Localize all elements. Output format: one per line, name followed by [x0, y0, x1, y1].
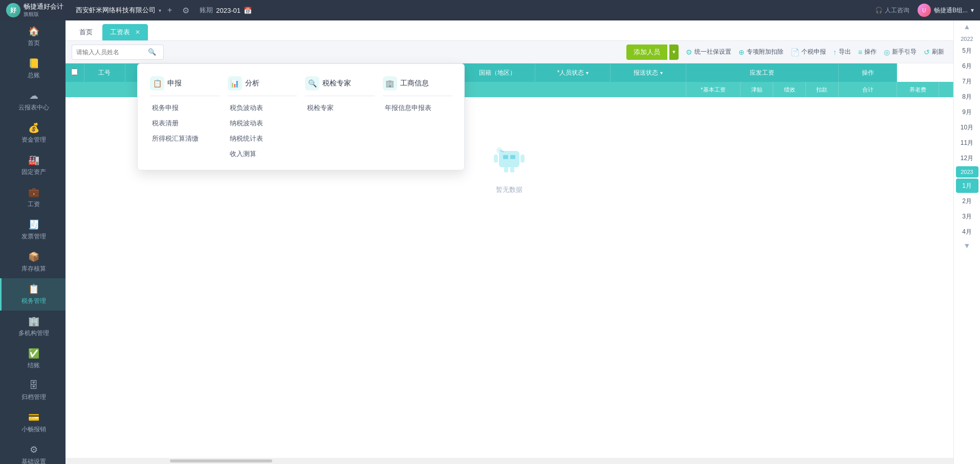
sidebar-icon-fund: 💰 [28, 122, 39, 134]
logo-text-wrap: 畅捷通好会计 旗舰版 [24, 3, 63, 18]
search-input[interactable] [76, 49, 148, 56]
sidebar-icon-cloud: ☁ [29, 90, 38, 101]
right-panel-month-2022-7[interactable]: 7月 [956, 74, 978, 89]
right-panel-month-2023-4[interactable]: 4月 [956, 225, 978, 239]
right-panel-month-2022-9[interactable]: 9月 [956, 105, 978, 119]
right-panel-month-2022-5[interactable]: 5月 [956, 43, 978, 58]
dropdown-item-income-tax-calc[interactable]: 所得税汇算清缴 [150, 131, 220, 146]
sidebar-item-fund[interactable]: 💰资金管理 [0, 117, 66, 149]
dropdown-grid: 📋 申报 税务申报税表清册所得税汇算清缴 📊 分析 税负波动表纳税波动表纳税统计… [146, 72, 456, 162]
dropdown-item-tax-check[interactable]: 税检专家 [305, 100, 375, 116]
svg-rect-2 [510, 155, 515, 159]
dropdown-item-tax-declaration[interactable]: 税务申报 [150, 100, 220, 116]
company-dropdown-icon: ▾ [159, 8, 161, 13]
dropdown-col-declaration: 📋 申报 税务申报税表清册所得税汇算清缴 [146, 72, 224, 162]
sidebar-item-checkout[interactable]: ✅结账 [0, 343, 66, 375]
sidebar-label-ledger: 总账 [28, 71, 40, 80]
sidebar-icon-ledger: 📒 [28, 58, 39, 69]
tab-home[interactable]: 首页 [72, 24, 100, 40]
sidebar-label-xiaochang: 小畅报销 [21, 425, 46, 434]
company-selector[interactable]: 西安虾米网络科技有限公司 ▾ [76, 6, 161, 15]
right-panel-month-2022-12[interactable]: 12月 [956, 151, 978, 165]
dropdown-item-tax-payment[interactable]: 纳税波动表 [228, 116, 297, 131]
settings-button[interactable]: ⚙ [180, 5, 191, 16]
top-bar: 好 畅捷通好会计 旗舰版 西安虾米网络科技有限公司 ▾ + ⚙ 账期 2023-… [0, 0, 980, 20]
sidebar-item-inventory[interactable]: 📦库存核算 [0, 246, 66, 278]
dropdown-col-title-business-info: 工商信息 [400, 79, 429, 88]
right-panel-month-2022-11[interactable]: 11月 [956, 136, 978, 150]
dropdown-item-tax-form[interactable]: 税表清册 [150, 116, 220, 131]
right-panel-month-2023-3[interactable]: 3月 [956, 209, 978, 224]
sidebar-item-ledger[interactable]: 📒总账 [0, 53, 66, 85]
toolbar-action-guide[interactable]: ◎新手引导 [881, 48, 920, 56]
right-panel-month-2022-6[interactable]: 6月 [956, 59, 978, 73]
select-all-checkbox[interactable] [71, 69, 78, 75]
sidebar-item-salary[interactable]: 💼工资 [0, 182, 66, 214]
service-button[interactable]: 🎧 人工咨询 [875, 6, 909, 15]
th-allowance: 津贴 [741, 82, 773, 97]
sidebar-label-fund: 资金管理 [21, 136, 46, 144]
th-checkbox[interactable] [66, 63, 84, 82]
period-value: 2023-01 [216, 7, 241, 14]
toolbar-action-export[interactable]: ↑导出 [830, 48, 854, 56]
scrollbar-thumb[interactable] [170, 459, 272, 462]
action-icon-special-deduct: ⊕ [738, 48, 745, 56]
toolbar-action-social-security[interactable]: ⚙统一社保设置 [683, 48, 734, 56]
th-emp-id: 工号 [84, 63, 125, 82]
toolbar-action-tax-return[interactable]: 📄个税申报 [788, 48, 829, 56]
right-panel-year-2023-marker: 2023 [956, 166, 978, 178]
user-chevron-icon: ▾ [971, 7, 974, 14]
add-person-button[interactable]: 添加人员 [626, 45, 667, 60]
sidebar-item-home[interactable]: 🏠首页 [0, 20, 66, 53]
right-panel-month-2022-8[interactable]: 8月 [956, 90, 978, 104]
sidebar-item-archive[interactable]: 🗄归档管理 [0, 375, 66, 407]
right-panel-prev[interactable]: ▲ [956, 20, 978, 33]
sidebar-label-inventory: 库存核算 [21, 264, 46, 273]
right-panel-month-2022-10[interactable]: 10月 [956, 120, 978, 135]
period-info: 账期 2023-01 📅 [200, 6, 252, 15]
user-avatar: U [918, 4, 931, 17]
tab-label-home: 首页 [79, 28, 93, 37]
content-area: 首页工资表✕ 🔍 添加人员 ▾ ⚙统一社保设置⊕专项附加扣除📄个税申报↑导出≡操… [66, 20, 953, 464]
add-company-button[interactable]: + [165, 5, 174, 16]
logo-icon: 好 [6, 3, 20, 17]
dropdown-col-title-declaration: 申报 [167, 79, 182, 88]
prev-nav-icon: ▲ [964, 23, 971, 31]
tab-close-salary-table[interactable]: ✕ [135, 29, 140, 36]
tab-bar: 首页工资表✕ [66, 20, 953, 41]
dropdown-item-income-estimate[interactable]: 收入测算 [228, 146, 297, 162]
toolbar-action-operations[interactable]: ≡操作 [855, 48, 880, 56]
report-filter-icon[interactable]: ▾ [660, 70, 663, 76]
sidebar-item-tax[interactable]: 📋税务管理 [0, 278, 66, 311]
add-person-dropdown-button[interactable]: ▾ [669, 45, 679, 60]
sidebar-item-multi[interactable]: 🏢多机构管理 [0, 311, 66, 343]
tab-salary-table[interactable]: 工资表✕ [102, 24, 148, 40]
sidebar-item-invoice[interactable]: 🧾发票管理 [0, 214, 66, 246]
sidebar-item-xiaochang[interactable]: 💳小畅报销 [0, 407, 66, 439]
action-label-export: 导出 [839, 48, 851, 56]
tab-label-salary-table: 工资表 [110, 28, 130, 37]
toolbar-action-special-deduct[interactable]: ⊕专项附加扣除 [735, 48, 787, 56]
sidebar-item-assets[interactable]: 🏭固定资产 [0, 149, 66, 182]
dropdown-item-tax-burden[interactable]: 税负波动表 [228, 100, 297, 116]
action-label-social-security: 统一社保设置 [694, 48, 731, 56]
sidebar-item-cloud[interactable]: ☁云报表中心 [0, 85, 66, 117]
dropdown-col-tax-expert: 🔍 税检专家 税检专家 [301, 72, 379, 162]
dropdown-item-tax-stats[interactable]: 纳税统计表 [228, 131, 297, 146]
th-operation: 操作 [838, 63, 897, 82]
period-calendar-icon[interactable]: 📅 [244, 7, 252, 14]
toolbar-action-refresh[interactable]: ↺刷新 [921, 48, 947, 56]
dropdown-item-annual-report[interactable]: 年报信息申报表 [383, 100, 452, 116]
period-label: 账期 [200, 6, 213, 15]
user-info[interactable]: U 畅捷通B组... ▾ [918, 4, 974, 17]
right-panel-month-2023-1[interactable]: 1月 [956, 179, 978, 193]
sidebar-item-settings[interactable]: ⚙基础设置 [0, 439, 66, 464]
horizontal-scrollbar[interactable] [66, 458, 953, 464]
sidebar-label-home: 首页 [28, 39, 40, 48]
dropdown-col-header-analysis: 📊 分析 [228, 72, 297, 96]
right-panel-month-2023-2[interactable]: 2月 [956, 194, 978, 208]
right-panel-next[interactable]: ▼ [956, 239, 978, 252]
action-label-special-deduct: 专项附加扣除 [747, 48, 783, 56]
status-filter-icon[interactable]: ▾ [586, 70, 589, 76]
sidebar-icon-multi: 🏢 [28, 316, 39, 327]
